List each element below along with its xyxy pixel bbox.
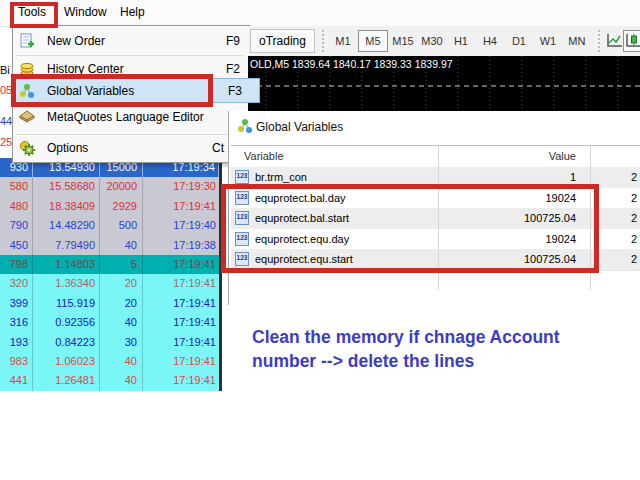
time: 17:19:41 <box>143 294 219 313</box>
autotrading-button[interactable]: oTrading <box>250 29 315 53</box>
market-watch-row[interactable]: 48018.38409292917:19:41 <box>0 197 219 216</box>
global-variables-icon <box>237 118 253 134</box>
menu-separator <box>16 134 244 135</box>
chart-ohlc-text: OLD,M5 1839.64 1840.17 1839.33 1839.97 <box>250 58 453 70</box>
market-watch-row[interactable]: 399115.9192017:19:41 <box>0 294 219 313</box>
timeframe-button-h1[interactable]: H1 <box>447 31 475 51</box>
price: 1.36340 <box>33 274 100 293</box>
time: 17:19:40 <box>143 216 219 235</box>
column-header-variable[interactable]: Variable <box>244 145 284 167</box>
time: 17:19:41 <box>143 352 219 371</box>
menu-item-shortcut: F9 <box>226 29 240 53</box>
highlight-rect-tools <box>10 2 58 28</box>
toolbar: oTrading M1M5M15M30H1H4D1W1MN <box>249 26 640 56</box>
volume: 40 <box>100 371 143 390</box>
volume: 40 <box>100 313 143 332</box>
timeframe-button-w1[interactable]: W1 <box>534 31 562 51</box>
price: 1.14803 <box>33 255 100 274</box>
menu-bar: Tools Window Help <box>0 0 640 27</box>
bid-fragment: 450 <box>0 236 33 255</box>
price: 115.919 <box>33 294 100 313</box>
toolbar-separator <box>322 30 324 52</box>
bid-fragment: 580 <box>0 177 33 196</box>
candlestick-chart-button[interactable] <box>623 30 640 52</box>
market-watch-row[interactable]: 1930.842233017:19:41 <box>0 333 219 352</box>
market-watch-row[interactable]: 79014.4829050017:19:40 <box>0 216 219 235</box>
price-chart[interactable]: OLD,M5 1839.64 1840.17 1839.33 1839.97 <box>248 56 640 111</box>
timeframe-button-m30[interactable]: M30 <box>418 31 446 51</box>
bid-fragment: 316 <box>0 313 33 332</box>
market-watch-row[interactable]: 7981.14803517:19:41 <box>0 255 219 274</box>
market-watch-row[interactable]: 3201.363402017:19:41 <box>0 274 219 293</box>
price: 0.92356 <box>33 313 100 332</box>
timeframe-button-m1[interactable]: M1 <box>329 31 357 51</box>
bid-fragment: 320 <box>0 274 33 293</box>
row-fragment: Bi <box>0 64 10 76</box>
volume: 20000 <box>100 177 143 196</box>
time: 17:19:41 <box>143 371 219 390</box>
bid-fragment: 441 <box>0 371 33 390</box>
volume: 30 <box>100 333 143 352</box>
menu-help[interactable]: Help <box>114 0 151 25</box>
price: 1.26481 <box>33 371 100 390</box>
market-watch-row[interactable]: 3160.923564017:19:41 <box>0 313 219 332</box>
volume: 5 <box>100 255 143 274</box>
line-chart-button[interactable] <box>605 30 623 52</box>
volume: 40 <box>100 352 143 371</box>
time: 17:19:41 <box>143 255 219 274</box>
bid-fragment: 480 <box>0 197 33 216</box>
numeric-type-icon: 123 <box>235 170 249 184</box>
options-icon <box>19 140 35 156</box>
new-order-icon <box>19 33 35 49</box>
menu-item-mql-editor[interactable]: MetaQuotes Language Editor <box>14 104 246 130</box>
volume: 20 <box>100 294 143 313</box>
price: 15.58680 <box>33 177 100 196</box>
bid-fragment: 790 <box>0 216 33 235</box>
timeframe-button-d1[interactable]: D1 <box>505 31 533 51</box>
bid-fragment: 399 <box>0 294 33 313</box>
time: 17:19:41 <box>143 197 219 216</box>
bid-fragment: 193 <box>0 333 33 352</box>
highlight-rect-equprotect-rows <box>221 184 599 273</box>
timeframe-button-m15[interactable]: M15 <box>389 31 417 51</box>
window-title: Global Variables <box>256 120 343 134</box>
row-fragment: 25 <box>0 136 12 148</box>
market-watch-row[interactable]: 4411.264814017:19:41 <box>0 371 219 390</box>
candlestick-chart-icon <box>624 33 640 49</box>
menu-item-options[interactable]: Options Ct <box>14 136 246 160</box>
menu-item-shortcut: F3 <box>228 79 242 104</box>
toolbar-separator <box>598 30 600 52</box>
time: 17:19:38 <box>143 236 219 255</box>
price: 18.38409 <box>33 197 100 216</box>
volume: 2929 <box>100 197 143 216</box>
menu-item-label: New Order <box>47 29 105 53</box>
annotation-note: Clean the memory if chnage Account numbe… <box>252 325 602 373</box>
application-window: Tools Window Help Bi054425 93013.5493015… <box>0 0 640 480</box>
menu-item-shortcut: Ct <box>212 136 224 160</box>
volume: 40 <box>100 236 143 255</box>
timeframe-button-mn[interactable]: MN <box>563 31 591 51</box>
timeframe-buttons: M1M5M15M30H1H4D1W1MN <box>329 30 591 52</box>
time: 17:19:30 <box>143 177 219 196</box>
market-watch-table[interactable]: 93013.549301500017:19:3458015.5868020000… <box>0 158 222 391</box>
menu-item-label: MetaQuotes Language Editor <box>47 104 204 130</box>
line-chart-icon <box>605 33 623 49</box>
column-header-value[interactable]: Value <box>440 145 576 167</box>
menu-item-new-order[interactable]: New Order F9 <box>14 29 246 53</box>
menu-separator <box>16 55 244 56</box>
time: 17:19:41 <box>143 274 219 293</box>
market-watch-row[interactable]: 4507.794904017:19:38 <box>0 236 219 255</box>
price: 0.84223 <box>33 333 100 352</box>
timeframe-button-m5[interactable]: M5 <box>358 30 388 52</box>
market-watch-row[interactable]: 58015.586802000017:19:30 <box>0 177 219 196</box>
market-watch-row[interactable]: 9831.060234017:19:41 <box>0 352 219 371</box>
menu-window[interactable]: Window <box>58 0 113 25</box>
menu-item-label: Options <box>47 136 88 160</box>
row-fragment: 44 <box>0 115 12 127</box>
highlight-rect-global-variables <box>11 74 213 107</box>
price: 7.79490 <box>33 236 100 255</box>
volume: 500 <box>100 216 143 235</box>
price: 1.06023 <box>33 352 100 371</box>
time: 17:19:41 <box>143 313 219 332</box>
timeframe-button-h4[interactable]: H4 <box>476 31 504 51</box>
